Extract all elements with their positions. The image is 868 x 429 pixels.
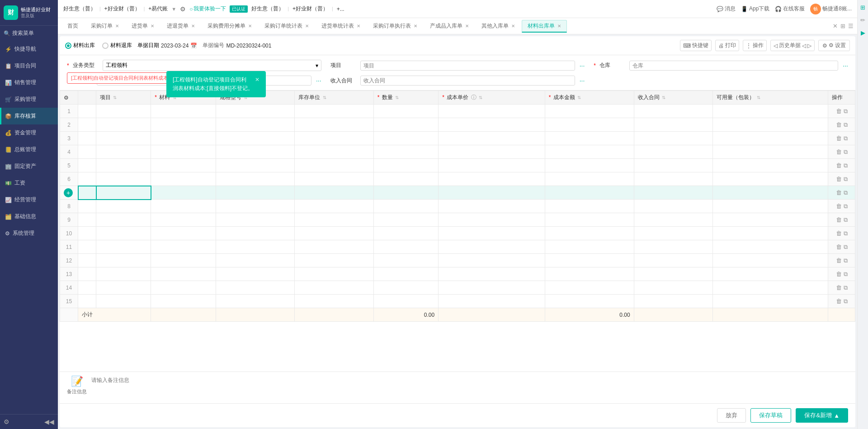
right-panel-table-icon[interactable]: ⊞ <box>859 3 868 12</box>
tab-home[interactable]: 首页 <box>61 20 84 32</box>
income-contract-dots[interactable]: ··· <box>580 77 585 84</box>
copy-icon[interactable]: ⧉ <box>844 243 848 251</box>
sort-income-contract[interactable]: ⇅ <box>662 95 665 100</box>
sidebar-item-sales[interactable]: 📊 销售管理 <box>0 74 58 91</box>
save-new-button[interactable]: 保存&新增 ▲ <box>796 408 848 423</box>
sidebar-item-biz[interactable]: 📈 经营管理 <box>0 191 58 208</box>
tab-purchase-close[interactable]: ✕ <box>115 24 119 29</box>
dropdown-icon[interactable]: ▼ <box>171 6 176 12</box>
delete-icon[interactable]: 🗑 <box>836 243 842 251</box>
warehouse-dots[interactable]: ··· <box>843 62 848 69</box>
col-cost-amount[interactable]: 成本金额 ⇅ <box>545 91 634 105</box>
copy-icon[interactable]: ⧉ <box>844 257 848 264</box>
delete-icon[interactable]: 🗑 <box>836 216 842 224</box>
history-button[interactable]: ◁ 历史单据 ◁ ▷ <box>770 40 815 51</box>
add-row-button[interactable]: + <box>64 188 73 197</box>
tab-stock-stat[interactable]: 进货单统计表 ✕ <box>316 20 366 32</box>
project-input[interactable] <box>360 61 575 71</box>
tab-material-out[interactable]: 材料出库单 ✕ <box>522 20 567 33</box>
row-spec[interactable] <box>216 105 295 118</box>
topbar-good-biz[interactable]: 好生意（普） <box>63 5 96 13</box>
tab-product-in-close[interactable]: ✕ <box>465 24 469 29</box>
delete-icon[interactable]: 🗑 <box>836 257 842 264</box>
project-dots[interactable]: ··· <box>580 62 585 69</box>
warehouse-input[interactable] <box>629 61 838 71</box>
sidebar-item-finance[interactable]: 💰 资金管理 <box>0 124 58 141</box>
copy-icon[interactable]: ⧉ <box>844 108 848 115</box>
sidebar-item-system[interactable]: ⚙ 系统管理 <box>0 225 58 242</box>
sidebar-item-contract[interactable]: 📋 项目合同 <box>0 57 58 74</box>
tab-stock-return[interactable]: 进退货单 ✕ <box>161 20 201 32</box>
sidebar-item-basic[interactable]: 🗂️ 基础信息 <box>0 208 58 225</box>
tooltip-close[interactable]: ✕ <box>255 76 259 84</box>
tab-purchase-stat[interactable]: 采购订单统计表 ✕ <box>259 20 315 32</box>
row-available-qty[interactable] <box>713 105 828 118</box>
row-quantity[interactable] <box>373 105 438 118</box>
copy-icon[interactable]: ⧉ <box>844 284 848 291</box>
right-panel-green-icon[interactable]: ▶ <box>859 28 868 37</box>
business-type-select[interactable]: 工程领料 ▾ <box>103 60 321 71</box>
tab-product-in[interactable]: 产成品入库单 ✕ <box>424 20 475 32</box>
copy-icon[interactable]: ⧉ <box>844 121 848 129</box>
discard-button[interactable]: 放弃 <box>717 408 746 423</box>
row-income-contract[interactable] <box>634 105 713 118</box>
delete-icon[interactable]: 🗑 <box>836 230 842 237</box>
sidebar-item-purchase[interactable]: 🛒 采购管理 <box>0 91 58 108</box>
tab-cost-share-close[interactable]: ✕ <box>248 24 252 29</box>
copy-icon[interactable]: ⧉ <box>844 135 848 142</box>
sidebar-item-payroll[interactable]: 💵 工资 <box>0 175 58 191</box>
nav-prev[interactable]: ◁ <box>802 43 806 49</box>
copy-icon[interactable]: ⧉ <box>844 162 848 169</box>
save-draft-button[interactable]: 保存草稿 <box>750 408 791 423</box>
sort-cost-price[interactable]: ⇅ <box>479 95 482 100</box>
copy-icon[interactable]: ⧉ <box>844 298 848 305</box>
sidebar-item-nav[interactable]: ⚡ 快捷导航 <box>0 41 58 57</box>
row-project[interactable] <box>96 105 151 118</box>
radio-material-out[interactable]: 材料出库 <box>65 42 95 49</box>
tab-grid-view[interactable]: ⊞ <box>840 23 845 29</box>
tab-cost-share[interactable]: 采购费用分摊单 ✕ <box>202 20 258 32</box>
tab-list-view[interactable]: ☰ <box>848 23 854 29</box>
settings-top-icon[interactable]: ⚙ <box>180 5 186 13</box>
sidebar-item-ledger[interactable]: 📒 总账管理 <box>0 141 58 158</box>
topbar-easy-account[interactable]: +易代账 <box>148 5 168 13</box>
delete-icon[interactable]: 🗑 <box>836 121 842 129</box>
settings-icon[interactable]: ⚙ <box>4 418 9 425</box>
tab-purchase-exec[interactable]: 采购订单执行表 ✕ <box>367 20 423 32</box>
delete-icon[interactable]: 🗑 <box>836 203 842 210</box>
tab-purchase[interactable]: 采购订单 ✕ <box>85 20 125 32</box>
delete-icon[interactable]: 🗑 <box>836 284 842 291</box>
calendar-icon[interactable]: 📅 <box>190 43 197 49</box>
delete-icon[interactable]: 🗑 <box>836 176 842 183</box>
msg-button[interactable]: 💬 消息 <box>717 5 736 13</box>
copy-icon[interactable]: ⧉ <box>844 148 848 156</box>
form-settings-button[interactable]: ⚙ ⚙ 设置 <box>818 40 850 51</box>
row-material[interactable] <box>151 105 216 118</box>
tab-purchase-exec-close[interactable]: ✕ <box>414 24 417 29</box>
topbar-r2[interactable]: +好业财（普） <box>292 5 328 13</box>
tab-close-all[interactable]: ✕ <box>833 23 838 29</box>
copy-icon[interactable]: ⧉ <box>844 216 848 224</box>
delete-icon[interactable]: 🗑 <box>836 271 842 278</box>
shortcut-button[interactable]: ⌨ 快捷键 <box>680 40 712 51</box>
topbar-r1[interactable]: 好生意（普） <box>251 5 284 13</box>
sort-quantity[interactable]: ⇅ <box>395 95 399 100</box>
copy-icon[interactable]: ⧉ <box>844 271 848 278</box>
radio-material-return[interactable]: 材料退库 <box>102 42 132 49</box>
sort-cost-amount[interactable]: ⇅ <box>577 95 581 100</box>
nav-next[interactable]: ▷ <box>807 43 811 49</box>
topbar-r3[interactable]: +... <box>337 6 344 12</box>
tab-purchase-stat-close[interactable]: ✕ <box>305 24 309 29</box>
sort-project[interactable]: ⇅ <box>113 95 117 100</box>
col-unit[interactable]: 库存单位 ⇅ <box>295 91 374 105</box>
right-panel-edit-icon[interactable]: ✏ <box>859 15 868 24</box>
topbar-good-wealth[interactable]: +好业财（普） <box>104 5 140 13</box>
copy-icon[interactable]: ⧉ <box>844 230 848 237</box>
col-available-qty[interactable]: 可用量（包装） ⇅ <box>713 91 828 105</box>
tab-other-in-close[interactable]: ✕ <box>511 24 515 29</box>
tab-stock-stat-close[interactable]: ✕ <box>357 24 360 29</box>
user-menu[interactable]: 畅 畅捷通8账... <box>810 4 852 14</box>
col-project[interactable]: 项目 ⇅ <box>96 91 151 105</box>
delete-icon[interactable]: 🗑 <box>836 135 842 142</box>
print-button[interactable]: 🖨 打印 <box>715 40 739 51</box>
